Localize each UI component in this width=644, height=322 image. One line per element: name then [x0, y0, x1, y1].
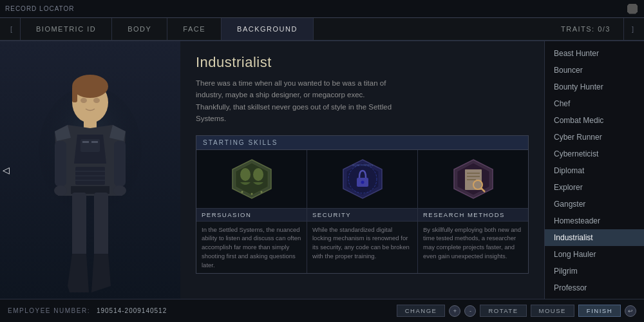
skill-name-security: SECURITY — [307, 208, 417, 222]
close-button[interactable] — [626, 4, 639, 14]
skill-name-persuasion: PERSUASION — [196, 208, 307, 222]
svg-rect-39 — [467, 179, 476, 180]
svg-point-27 — [260, 191, 262, 193]
character-silhouette — [19, 67, 161, 299]
sidebar-item-cyber_runner[interactable]: Cyber Runner — [545, 129, 644, 146]
mouse-button[interactable]: MOUSE — [531, 305, 574, 317]
skill-item-persuasion: PERSUASION In the Settled Systems, the n… — [196, 150, 307, 274]
skill-desc-research: By skillfully employing both new and tim… — [418, 222, 528, 265]
tab-biometric[interactable]: BIOMETRIC ID — [21, 18, 112, 40]
prev-button[interactable]: + — [449, 305, 460, 317]
skill-item-research: RESEARCH METHODS By skillfully employing… — [418, 150, 528, 274]
bottom-bar: EMPLOYEE NUMBER: 190514-2009140512 CHANG… — [0, 299, 644, 322]
employee-number: 190514-2009140512 — [97, 307, 167, 314]
svg-rect-6 — [82, 141, 89, 143]
nav-tabs: [ BIOMETRIC ID BODY FACE BACKGROUND TRAI… — [0, 18, 644, 41]
svg-point-24 — [253, 168, 263, 181]
svg-rect-9 — [72, 193, 86, 257]
svg-point-31 — [361, 180, 364, 184]
skill-name-research: RESEARCH METHODS — [418, 208, 528, 222]
skill-icon-research — [418, 150, 528, 208]
main-content: ◁ — [0, 41, 644, 299]
sidebar-item-bounty_hunter[interactable]: Bounty Hunter — [545, 79, 644, 95]
record-locator-label: RECORD LOCATOR — [5, 5, 75, 12]
svg-point-16 — [113, 185, 126, 196]
cursor-arrow: ◁ — [3, 165, 10, 175]
skill-item-security: SECURITY PROTOCOL SECURITY While the sta… — [307, 150, 418, 274]
finish-confirm-button[interactable]: ↩ — [625, 305, 636, 317]
tab-face[interactable]: FACE — [167, 18, 222, 40]
svg-point-26 — [251, 193, 252, 194]
svg-rect-3 — [72, 86, 77, 102]
right-bracket[interactable]: ] — [623, 18, 641, 40]
skill-icon-persuasion — [196, 150, 307, 208]
skills-section: STARTING SKILLS — [196, 135, 529, 274]
description-panel: Industrialist There was a time when all … — [180, 41, 544, 299]
rotate-button[interactable]: ROTATE — [480, 305, 526, 317]
sidebar-item-homesteader[interactable]: Homesteader — [545, 213, 644, 229]
bottom-bar-right: CHANGE + - ROTATE MOUSE FINISH ↩ — [397, 305, 636, 317]
skill-icon-security: SECURITY PROTOCOL — [307, 150, 417, 208]
left-bracket[interactable]: [ — [3, 18, 21, 40]
background-title: Industrialist — [196, 54, 529, 71]
sidebar-list: Beast HunterBouncerBounty HunterChefComb… — [544, 41, 644, 299]
svg-point-25 — [241, 191, 243, 193]
sidebar-item-long_hauler[interactable]: Long Hauler — [545, 246, 644, 263]
security-badge: SECURITY PROTOCOL — [340, 156, 385, 202]
tab-background[interactable]: BACKGROUND — [222, 18, 314, 40]
svg-point-2 — [72, 75, 108, 98]
finish-button[interactable]: FINISH — [578, 305, 621, 317]
sidebar-item-diplomat[interactable]: Diplomat — [545, 162, 644, 179]
change-button[interactable]: CHANGE — [397, 305, 446, 317]
svg-rect-14 — [114, 141, 126, 186]
sidebar-item-beast_hunter[interactable]: Beast Hunter — [545, 45, 644, 62]
svg-rect-38 — [467, 176, 480, 177]
svg-text:SECURITY PROTOCOL: SECURITY PROTOCOL — [352, 164, 373, 167]
sidebar-item-industrialist[interactable]: Industrialist — [545, 229, 644, 246]
portrait-area: ◁ — [0, 41, 180, 299]
sidebar-item-chef[interactable]: Chef — [545, 95, 644, 112]
persuasion-badge — [229, 156, 274, 202]
svg-point-11 — [80, 98, 87, 103]
svg-rect-13 — [55, 141, 66, 186]
tab-body[interactable]: BODY — [112, 18, 167, 40]
employee-label: EMPLOYEE NUMBER: — [8, 307, 90, 314]
sidebar-item-cyberneticist[interactable]: Cyberneticist — [545, 146, 644, 162]
skills-grid: PERSUASION In the Settled Systems, the n… — [196, 150, 528, 274]
svg-point-23 — [240, 168, 251, 181]
skills-header: STARTING SKILLS — [196, 136, 528, 150]
svg-rect-10 — [94, 193, 108, 257]
traits-counter: TRAITS: 0/3 — [548, 25, 623, 33]
sidebar-item-pilgrim[interactable]: Pilgrim — [545, 263, 644, 279]
top-bar: RECORD LOCATOR — [0, 0, 644, 18]
sidebar-item-combat_medic[interactable]: Combat Medic — [545, 112, 644, 129]
sidebar-item-bouncer[interactable]: Bouncer — [545, 62, 644, 79]
sidebar-item-gangster[interactable]: Gangster — [545, 196, 644, 213]
character-portrait — [19, 67, 161, 299]
background-description: There was a time when all you wanted to … — [196, 77, 402, 125]
svg-rect-7 — [91, 141, 98, 143]
skill-desc-persuasion: In the Settled Systems, the nuanced abil… — [196, 222, 307, 274]
close-icon — [627, 4, 638, 14]
sidebar-item-professor[interactable]: Professor — [545, 279, 644, 296]
svg-point-15 — [54, 185, 67, 196]
sidebar-item-explorer[interactable]: Explorer — [545, 179, 644, 196]
svg-point-12 — [93, 98, 100, 103]
skill-desc-security: While the standardized digital locking m… — [307, 222, 417, 265]
research-badge — [451, 156, 496, 202]
svg-rect-37 — [467, 173, 480, 174]
next-button[interactable]: - — [464, 305, 476, 317]
